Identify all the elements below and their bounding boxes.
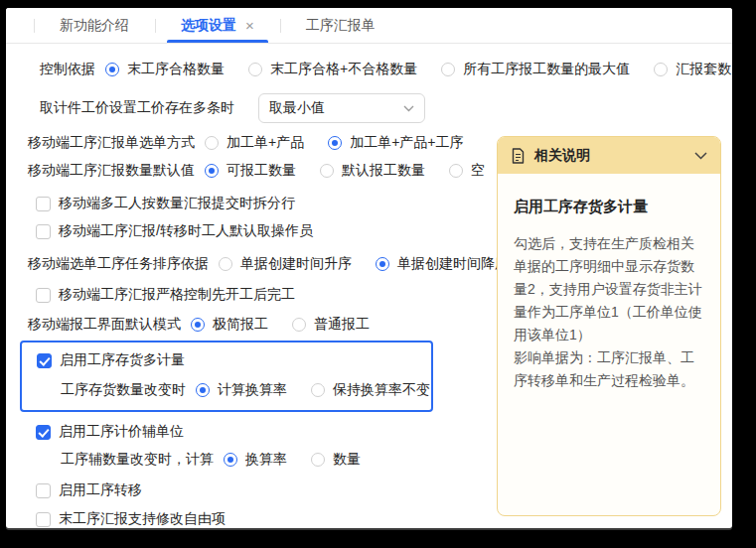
radio-label: 计算换算率 xyxy=(218,381,287,399)
help-section-title: 启用工序存货多计量 xyxy=(514,198,704,216)
checkbox-label: 启用工序存货多计量 xyxy=(60,351,185,369)
radio-label: 末工序合格数量 xyxy=(127,61,225,78)
tab-label: 工序汇报单 xyxy=(306,17,376,35)
radio-label: 换算率 xyxy=(245,451,287,469)
app-window: 新功能介绍 选项设置 × 工序汇报单 控制依据 末工序合格数量 末工序合格+不合… xyxy=(6,8,732,528)
checkbox-free-item[interactable]: 末工序汇报支持修改自由项 xyxy=(36,510,226,528)
checkbox-label: 移动端工序汇报严格控制先开工后完工 xyxy=(59,286,295,304)
radio-option-max-report[interactable]: 所有工序报工数量的最大值 xyxy=(441,61,630,78)
radio-option-calc-rate[interactable]: 计算换算率 xyxy=(196,381,287,399)
radio-option-empty[interactable]: 空 xyxy=(449,162,485,180)
checkbox-icon xyxy=(36,512,51,527)
checkbox-multi-uom[interactable]: 启用工序存货多计量 xyxy=(37,351,185,369)
row-split-rows: 移动端多工人按数量汇报提交时拆分行 xyxy=(36,190,481,217)
tab-label: 选项设置 xyxy=(181,17,236,35)
row-mobile-select-mode: 移动端工序汇报单选单方式 加工单+产品 加工单+产品+工序 xyxy=(28,129,481,157)
radio-checked-icon xyxy=(224,453,237,467)
highlighted-setting-box: 启用工序存货多计量 工序存货数量改变时 计算换算率 保持换算率不变 xyxy=(20,341,433,412)
chevron-down-icon xyxy=(403,105,414,112)
radio-label: 单据创建时间升序 xyxy=(240,255,352,273)
checkbox-icon xyxy=(36,483,51,498)
radio-option-sort-asc[interactable]: 单据创建时间升序 xyxy=(219,255,352,273)
piece-price-label: 取计件工价设置工价存在多条时 xyxy=(40,99,234,117)
radio-label: 数量 xyxy=(333,451,361,469)
help-text-paragraph: 勾选后，支持在生产质检相关单据的工序明细中显示存货数量2，支持用户设置存货非主计… xyxy=(514,232,704,346)
row-free-item: 末工序汇报支持修改自由项 xyxy=(36,505,481,528)
help-panel: 相关说明 启用工序存货多计量 勾选后，支持在生产质检相关单据的工序明细中显示存货… xyxy=(497,136,721,516)
checkbox-label: 移动端多工人按数量汇报提交时拆分行 xyxy=(59,195,295,212)
checkbox-strict-start[interactable]: 移动端工序汇报严格控制先开工后完工 xyxy=(36,286,295,304)
radio-icon xyxy=(449,164,463,178)
tab-new-features[interactable]: 新功能介绍 xyxy=(34,8,155,43)
radio-label: 汇报套数 xyxy=(676,61,731,78)
mobile-default-qty-label: 移动端工序汇报数量默认值 xyxy=(28,162,195,180)
radio-checked-icon xyxy=(328,136,342,150)
radio-option-final-qualified[interactable]: 末工序合格数量 xyxy=(105,61,225,78)
mobile-sort-label: 移动端选单工序任务排序依据 xyxy=(28,255,209,273)
radio-icon xyxy=(292,318,306,332)
radio-option-keep-rate[interactable]: 保持换算率不变 xyxy=(311,381,430,399)
radio-icon xyxy=(311,453,325,467)
radio-option-report-sets[interactable]: 汇报套数 xyxy=(654,61,731,78)
radio-checked-icon xyxy=(191,318,205,332)
report-mode-label: 移动端报工界面默认模式 xyxy=(28,316,181,334)
radio-option-order-product[interactable]: 加工单+产品 xyxy=(205,134,304,152)
checkbox-label: 末工序汇报支持修改自由项 xyxy=(59,510,226,528)
radio-option-qualified-plus[interactable]: 末工序合格+不合格数量 xyxy=(248,61,417,78)
radio-option-conv-rate[interactable]: 换算率 xyxy=(224,451,287,469)
aux-change-label: 工序辅数量改变时，计算 xyxy=(61,451,214,469)
tab-process-report[interactable]: 工序汇报单 xyxy=(280,8,401,43)
radio-label: 加工单+产品 xyxy=(227,134,304,152)
checkbox-split-rows[interactable]: 移动端多工人按数量汇报提交时拆分行 xyxy=(36,195,295,212)
row-default-operator: 移动端工序汇报/转移时工人默认取操作员 xyxy=(36,217,481,245)
radio-option-normal-report[interactable]: 普通报工 xyxy=(292,316,370,334)
select-value: 取最小值 xyxy=(269,99,325,117)
row-multi-uom-change: 工序存货数量改变时 计算换算率 保持换算率不变 xyxy=(61,376,431,404)
control-basis-label: 控制依据 xyxy=(40,61,95,78)
row-strict-start: 移动端工序汇报严格控制先开工后完工 xyxy=(36,281,481,309)
radio-icon xyxy=(248,63,262,76)
radio-option-sort-desc[interactable]: 单据创建时间降序 xyxy=(376,255,509,273)
radio-label: 加工单+产品+工序 xyxy=(350,134,463,152)
checkbox-icon xyxy=(36,197,51,211)
row-mobile-sort: 移动端选单工序任务排序依据 单据创建时间升序 单据创建时间降序 xyxy=(28,250,481,278)
checkbox-checked-icon xyxy=(36,425,51,440)
checkbox-label: 启用工序计价辅单位 xyxy=(59,423,184,441)
document-icon xyxy=(511,148,526,164)
piece-price-select[interactable]: 取最小值 xyxy=(258,93,425,123)
tab-label: 新功能介绍 xyxy=(60,17,129,35)
radio-icon xyxy=(219,257,232,271)
row-control-basis: 控制依据 末工序合格数量 末工序合格+不合格数量 所有工序报工数量的最大值 汇报… xyxy=(40,56,481,83)
radio-checked-icon xyxy=(205,164,219,178)
row-aux-change: 工序辅数量改变时，计算 换算率 数量 xyxy=(61,446,481,474)
radio-checked-icon xyxy=(376,257,389,271)
radio-option-minimal-report[interactable]: 极简报工 xyxy=(191,316,268,334)
radio-label: 所有工序报工数量的最大值 xyxy=(463,61,630,78)
help-panel-header[interactable]: 相关说明 xyxy=(498,137,720,174)
radio-icon xyxy=(320,164,334,178)
tab-option-settings[interactable]: 选项设置 × xyxy=(155,8,280,43)
radio-icon xyxy=(654,63,668,76)
close-icon[interactable]: × xyxy=(245,18,254,33)
checkbox-default-operator[interactable]: 移动端工序汇报/转移时工人默认取操作员 xyxy=(36,222,313,240)
radio-checked-icon xyxy=(105,63,119,76)
checkbox-aux-unit[interactable]: 启用工序计价辅单位 xyxy=(36,423,184,441)
radio-checked-icon xyxy=(196,383,210,397)
radio-option-order-product-process[interactable]: 加工单+产品+工序 xyxy=(328,134,463,152)
settings-content: 控制依据 末工序合格数量 末工序合格+不合格数量 所有工序报工数量的最大值 汇报… xyxy=(6,44,732,528)
checkbox-transfer[interactable]: 启用工序转移 xyxy=(36,481,142,499)
radio-option-default-qty[interactable]: 默认报工数量 xyxy=(320,162,425,180)
help-text-impact: 影响单据为：工序汇报单、工序转移单和生产过程检验单。 xyxy=(514,346,704,392)
radio-icon xyxy=(205,136,219,150)
radio-option-reportable-qty[interactable]: 可报工数量 xyxy=(205,162,296,180)
radio-option-qty[interactable]: 数量 xyxy=(311,451,361,469)
checkbox-label: 启用工序转移 xyxy=(59,481,142,499)
checkbox-icon xyxy=(36,224,51,239)
checkbox-label: 移动端工序汇报/转移时工人默认取操作员 xyxy=(59,222,313,240)
radio-label: 末工序合格+不合格数量 xyxy=(270,61,417,78)
row-mobile-default-qty: 移动端工序汇报数量默认值 可报工数量 默认报工数量 空 xyxy=(28,157,481,185)
row-multi-uom: 启用工序存货多计量 xyxy=(37,346,431,374)
radio-label: 极简报工 xyxy=(213,316,268,334)
chevron-down-icon[interactable] xyxy=(694,152,707,160)
row-report-mode: 移动端报工界面默认模式 极简报工 普通报工 xyxy=(28,311,481,339)
